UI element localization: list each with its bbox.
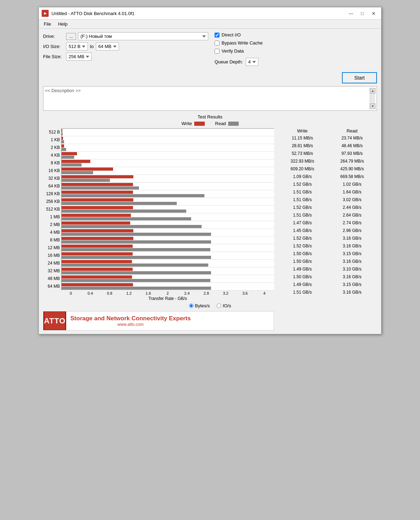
read-bar — [62, 194, 204, 197]
direct-io-checkbox[interactable] — [215, 33, 219, 37]
io-radio[interactable] — [217, 303, 221, 308]
table-row: 1.52 GB/s3.16 GB/s — [278, 242, 377, 250]
write-cell: 1.52 GB/s — [278, 182, 327, 187]
write-cell: 52.73 MB/s — [278, 151, 327, 156]
minimize-button[interactable]: — — [346, 9, 356, 17]
drive-row: Drive: ... (F:) Новый том — [43, 32, 208, 40]
window-title: Untitled - ATTO Disk Benchmark 4.01.0f1 — [51, 11, 134, 16]
table-row: 322.93 MB/s264.79 MB/s — [278, 157, 377, 165]
queue-depth-select[interactable]: 4 — [246, 58, 258, 66]
x-tick: 0.4 — [80, 291, 100, 295]
write-bar — [62, 237, 133, 240]
direct-io-label: Direct I/O — [222, 32, 241, 37]
description-text: << Description >> — [45, 88, 370, 109]
read-legend: Read — [215, 121, 239, 126]
bar-row — [62, 198, 274, 206]
title-bar-left: ▶ Untitled - ATTO Disk Benchmark 4.01.0f… — [42, 10, 134, 17]
drive-browse-button[interactable]: ... — [66, 33, 76, 40]
read-bar — [62, 140, 64, 143]
file-size-select[interactable]: 256 MB — [66, 53, 92, 61]
write-cell: 1.51 GB/s — [278, 290, 327, 295]
write-cell: 28.81 MB/s — [278, 143, 327, 148]
table-row: 1.45 GB/s2.96 GB/s — [278, 227, 377, 234]
description-scrollbar[interactable]: ▲ ▼ — [370, 88, 375, 109]
write-bar — [62, 198, 133, 201]
bar-row — [62, 252, 274, 260]
drive-label: Drive: — [43, 34, 64, 39]
file-size-label: File Size: — [43, 54, 64, 59]
verify-data-checkbox[interactable] — [215, 49, 219, 54]
table-row: 1.47 GB/s2.74 GB/s — [278, 219, 377, 227]
io-size-to-select[interactable]: 64 MB — [96, 42, 119, 50]
read-cell: 264.79 MB/s — [327, 159, 377, 164]
read-cell: 1.02 GB/s — [327, 182, 377, 187]
menu-help[interactable]: Help — [55, 20, 71, 28]
chart-area: 512 B1 KB2 KB4 KB8 KB16 KB32 KB64 KB128 … — [43, 128, 274, 301]
atto-url: www.atto.com — [70, 322, 191, 327]
io-size-separator: to — [90, 44, 94, 49]
scroll-down-button[interactable]: ▼ — [370, 103, 376, 109]
bar-row — [62, 136, 274, 144]
table-row: 52.73 MB/s97.93 MB/s — [278, 150, 377, 157]
read-bar — [62, 171, 93, 174]
read-cell: 3.16 GB/s — [327, 259, 377, 264]
table-row: 1.51 GB/s3.02 GB/s — [278, 196, 377, 204]
read-bar — [62, 163, 82, 166]
read-cell: 3.16 GB/s — [327, 236, 377, 241]
read-cell: 3.16 GB/s — [327, 274, 377, 279]
left-settings: Drive: ... (F:) Новый том I/O Size: 512 … — [43, 32, 208, 83]
x-tick: 4 — [255, 291, 274, 295]
read-bar — [62, 202, 177, 205]
read-bar — [62, 271, 211, 274]
results-title: Test Results — [43, 114, 377, 119]
write-cell: 1.51 GB/s — [278, 213, 327, 218]
bytes-radio[interactable] — [189, 303, 194, 308]
row-label: 32 MB — [43, 267, 61, 275]
read-bar — [62, 264, 208, 267]
x-tick: 0.8 — [100, 291, 119, 295]
bar-row — [62, 183, 274, 190]
atto-logo: ATTO — [43, 311, 66, 330]
bar-row — [62, 152, 274, 159]
test-results: Test Results Write Read 512 B1 KB2 KB4 K… — [43, 114, 377, 308]
write-bar — [62, 175, 133, 178]
io-size-row: I/O Size: 512 B to 64 MB — [43, 42, 208, 50]
io-radio-label[interactable]: IO/s — [217, 303, 231, 308]
write-legend-label: Write — [181, 121, 192, 126]
close-button[interactable]: ✕ — [369, 9, 378, 17]
x-tick: 3.2 — [216, 291, 235, 295]
chart-and-table: 512 B1 KB2 KB4 KB8 KB16 KB32 KB64 KB128 … — [43, 128, 377, 301]
maximize-button[interactable]: □ — [357, 9, 367, 17]
write-cell: 1.52 GB/s — [278, 244, 327, 248]
io-size-label: I/O Size: — [43, 44, 64, 49]
row-label: 12 MB — [43, 244, 61, 252]
start-button[interactable]: Start — [342, 72, 377, 83]
row-label: 4 KB — [43, 151, 61, 159]
bar-row — [62, 159, 274, 167]
bypass-cache-checkbox[interactable] — [215, 41, 219, 46]
write-header: Write — [297, 128, 308, 134]
read-legend-label: Read — [215, 121, 226, 126]
menu-file[interactable]: File — [40, 20, 55, 28]
bar-row — [62, 267, 274, 275]
bytes-radio-label[interactable]: Bytes/s — [189, 303, 210, 308]
row-label: 16 KB — [43, 167, 61, 175]
read-cell: 3.15 GB/s — [327, 282, 377, 287]
x-tick: 2 — [158, 291, 177, 295]
row-label: 16 MB — [43, 252, 61, 259]
read-bar — [62, 186, 139, 190]
drive-select[interactable]: (F:) Новый том — [78, 32, 208, 40]
read-bar — [62, 287, 211, 290]
read-bar — [62, 217, 191, 220]
row-label: 2 MB — [43, 221, 61, 228]
read-cell: 2.64 GB/s — [327, 213, 377, 218]
chart-row-labels: 512 B1 KB2 KB4 KB8 KB16 KB32 KB64 KB128 … — [43, 128, 61, 290]
table-row: 1.49 GB/s3.15 GB/s — [278, 281, 377, 288]
x-tick: 0 — [61, 291, 80, 295]
row-label: 128 KB — [43, 190, 61, 198]
io-size-from-select[interactable]: 512 B — [66, 42, 88, 50]
write-bar — [62, 229, 133, 232]
scroll-up-button[interactable]: ▲ — [370, 88, 376, 94]
write-cell: 1.51 GB/s — [278, 197, 327, 202]
write-bar — [62, 214, 131, 217]
